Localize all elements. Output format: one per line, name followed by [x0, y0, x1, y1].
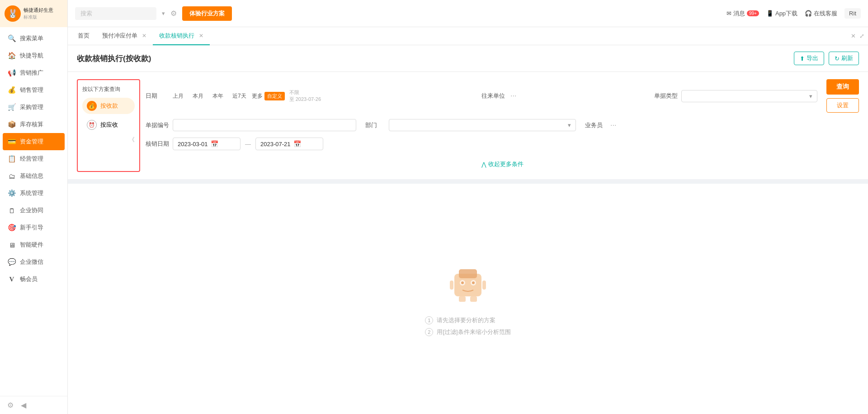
topbar-actions: ✉ 消息 99+ 📱 App下载 🎧 在线客服 Rit — [726, 8, 861, 19]
svg-point-5 — [472, 281, 475, 284]
operations-icon: 📋 — [7, 155, 16, 163]
username-display[interactable]: Rit — [844, 8, 861, 19]
department-filter: 部门 ▾ — [365, 119, 576, 131]
svg-rect-8 — [459, 296, 466, 302]
calendar-start-icon[interactable]: 📅 — [211, 140, 218, 148]
sidebar-item-hardware[interactable]: 🖥 智能硬件 — [0, 236, 67, 253]
voucher-no-label: 单据编号 — [146, 121, 169, 129]
collection-icon: 💰 — [87, 101, 97, 111]
tab-home[interactable]: 首页 — [71, 27, 96, 45]
department-select[interactable]: ▾ — [389, 119, 576, 131]
sidebar-item-quicknav[interactable]: 🏠 快捷导航 — [0, 47, 67, 64]
chevron-down-icon[interactable]: ▾ — [162, 10, 165, 17]
date-group: 上月 本月 本年 近7天 更多 自定义 不限 至 2023-07-26 — [169, 89, 472, 103]
app-icon: 📱 — [766, 10, 774, 17]
service-action[interactable]: 🎧 在线客服 — [805, 10, 837, 18]
tab-close-all-icon[interactable]: ✕ — [851, 33, 856, 39]
collapse-query-panel[interactable]: 《 — [82, 136, 135, 144]
guide-icon: 🎯 — [7, 224, 16, 232]
voucher-no-input[interactable] — [173, 119, 356, 131]
date-more[interactable]: 更多 — [252, 92, 263, 100]
staff-select-btn[interactable]: ··· — [609, 121, 618, 129]
query-button[interactable]: 查询 — [826, 79, 859, 95]
sidebar-item-member[interactable]: V 畅会员 — [0, 271, 67, 288]
verification-date-row: 2023-03-01 📅 — 2023-07-21 📅 — [173, 138, 323, 150]
settings-icon[interactable]: ⚙ — [7, 401, 14, 409]
topbar-gear-icon[interactable]: ⚙ — [170, 9, 177, 18]
sidebar-item-guide[interactable]: 🎯 新手引导 — [0, 219, 67, 236]
sidebar-item-search[interactable]: 🔍 搜索菜单 — [0, 30, 67, 47]
refresh-button[interactable]: ↻ 刷新 — [829, 52, 859, 65]
app-download-action[interactable]: 📱 App下载 — [766, 10, 797, 18]
v-date-end-value: 2023-07-21 — [260, 141, 291, 148]
sidebar-item-inventory[interactable]: 📦 库存核算 — [0, 116, 67, 133]
settings-button[interactable]: 设置 — [826, 98, 859, 113]
collapse-more-row[interactable]: ⋀ 收起更多条件 — [146, 157, 859, 172]
sidebar-item-finance[interactable]: 💳 资金管理 — [3, 133, 65, 150]
counterparty-select-btn[interactable]: ··· — [509, 92, 518, 100]
shortcut-this-month[interactable]: 本月 — [189, 91, 207, 101]
hint-num-2: 2 — [425, 328, 433, 336]
sidebar-item-basic-info[interactable]: 🗂 基础信息 — [0, 167, 67, 185]
sidebar-item-operations[interactable]: 📋 经营管理 — [0, 150, 67, 167]
query-option-by-receivable[interactable]: ⏰ 按应收 — [82, 117, 135, 133]
empty-state: 1 请先选择要分析的方案 2 用[过滤]条件来缩小分析范围 — [68, 184, 868, 414]
collapse-sidebar-icon[interactable]: ◀ — [21, 401, 26, 409]
svg-rect-7 — [482, 281, 486, 290]
sidebar-item-collab[interactable]: 🗒 企业协同 — [0, 202, 67, 219]
voucher-type-select[interactable]: ▾ — [681, 90, 818, 102]
message-action[interactable]: ✉ 消息 99+ — [726, 10, 759, 18]
service-icon: 🎧 — [805, 10, 812, 17]
hint-num-1: 1 — [425, 316, 433, 324]
inventory-icon: 📦 — [7, 120, 16, 128]
tab-collection[interactable]: 收款核销执行 ✕ — [153, 27, 210, 45]
verification-date-start[interactable]: 2023-03-01 📅 — [173, 138, 241, 150]
chevron-down-dept-icon: ▾ — [568, 122, 571, 128]
filter-fields: 日期 上月 本月 本年 近7天 更多 自定义 不限 — [146, 79, 859, 172]
calendar-end-icon[interactable]: 📅 — [293, 140, 301, 148]
tab-close-collection[interactable]: ✕ — [199, 33, 203, 39]
sidebar-item-wechat[interactable]: 💬 企业微信 — [0, 253, 67, 271]
sales-icon: 💰 — [7, 86, 16, 94]
query-option-by-collection[interactable]: 💰 按收款 — [82, 98, 135, 114]
tab-prepay[interactable]: 预付冲应付单 ✕ — [96, 27, 153, 45]
collapse-up-icon: ⋀ — [481, 161, 486, 168]
export-button[interactable]: ⬆ 导出 — [794, 52, 824, 65]
tab-expand-icon[interactable]: ⤢ — [859, 33, 864, 39]
logo-text: 畅捷通好生意 — [24, 7, 53, 14]
svg-rect-9 — [470, 296, 477, 302]
v-date-start-value: 2023-03-01 — [178, 141, 208, 148]
solution-button[interactable]: 体验行业方案 — [182, 6, 232, 21]
wechat-icon: 💬 — [7, 258, 16, 266]
shortcut-last-month[interactable]: 上月 — [169, 91, 187, 101]
finance-icon: 💳 — [7, 138, 16, 146]
filter-row-2: 单据编号 部门 ▾ 业务员 ··· — [146, 119, 859, 131]
collapse-more-label: 收起更多条件 — [488, 160, 524, 168]
logo-sub: 标准版 — [24, 14, 53, 20]
counterparty-filter: 往来单位 ··· — [481, 92, 645, 100]
main-area: 搜索 ▾ ⚙ 体验行业方案 ✉ 消息 99+ 📱 App下载 🎧 在线客服 Ri… — [68, 0, 868, 414]
purchase-icon: 🛒 — [7, 103, 16, 111]
staff-filter: 业务员 ··· — [585, 121, 796, 129]
refresh-icon: ↻ — [835, 55, 840, 62]
filter-area: 按以下方案查询 💰 按收款 ⏰ 按应收 《 日期 — [68, 72, 868, 179]
verification-date-end[interactable]: 2023-07-21 📅 — [255, 138, 323, 150]
query-panel-title: 按以下方案查询 — [82, 86, 135, 93]
content-area: 收款核销执行(按收款) ⬆ 导出 ↻ 刷新 按以下方案查询 💰 按收款 — [68, 45, 868, 414]
topbar-search[interactable]: 搜索 — [75, 7, 156, 20]
app-logo: 🐰 畅捷通好生意 标准版 — [0, 0, 67, 27]
staff-label: 业务员 — [585, 121, 605, 129]
marketing-icon: 📢 — [7, 69, 16, 77]
sidebar-bottom: ⚙ ◀ — [0, 396, 67, 414]
sidebar-item-system[interactable]: ⚙️ 系统管理 — [0, 185, 67, 202]
tab-close-prepay[interactable]: ✕ — [142, 33, 146, 39]
shortcut-7days[interactable]: 近7天 — [229, 91, 250, 101]
shortcut-custom[interactable]: 自定义 — [264, 92, 285, 100]
sidebar-item-purchase[interactable]: 🛒 采购管理 — [0, 99, 67, 116]
sidebar-item-marketing[interactable]: 📢 营销推广 — [0, 64, 67, 81]
logo-icon: 🐰 — [5, 5, 21, 22]
sidebar-item-sales[interactable]: 💰 销售管理 — [0, 81, 67, 99]
shortcut-this-year[interactable]: 本年 — [209, 91, 227, 101]
hint-1: 1 请先选择要分析的方案 — [425, 314, 510, 326]
voucher-type-label: 单据类型 — [654, 92, 678, 100]
